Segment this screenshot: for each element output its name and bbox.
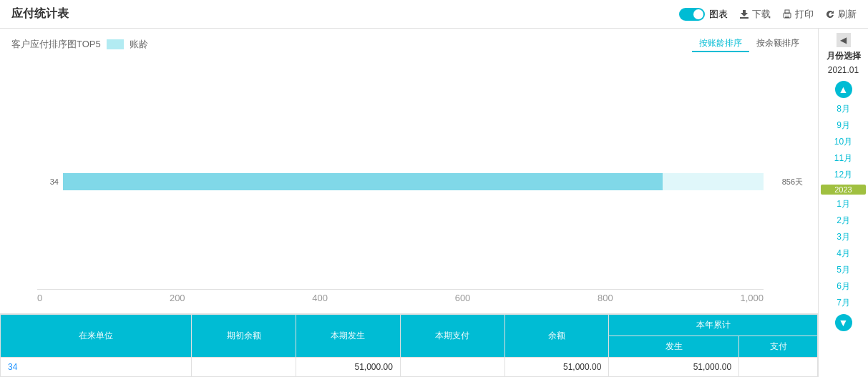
sidebar-month-1[interactable]: 1月 — [819, 196, 868, 212]
sidebar-month-12[interactable]: 12月 — [819, 167, 868, 183]
collapse-button[interactable]: ◀ — [837, 33, 851, 47]
chart-legend-box-label: 账龄 — [130, 38, 148, 51]
sidebar-month-3[interactable]: 3月 — [819, 229, 868, 245]
bar-track: 856天 — [63, 173, 764, 190]
sidebar-month-5[interactable]: 5月 — [819, 262, 868, 278]
sort-by-amount-button[interactable]: 按账龄排序 — [692, 36, 749, 52]
th-ytd-occurrence: 发生 — [609, 336, 739, 358]
chart-sort-buttons: 按账龄排序 按余额排序 — [692, 36, 806, 52]
x-axis-200: 200 — [170, 293, 185, 303]
sidebar-title: 月份选择 — [826, 50, 861, 62]
data-table: 在来单位 期初余额 本期发生 本期支付 余额 本年累计 发生 支付 34 — [0, 314, 818, 377]
download-label: 下载 — [752, 8, 771, 21]
x-axis-600: 600 — [455, 293, 471, 303]
x-axis-400: 400 — [312, 293, 328, 303]
refresh-icon — [825, 9, 835, 19]
th-occurrence: 本期发生 — [296, 315, 401, 358]
print-label: 打印 — [795, 8, 814, 21]
sidebar-month-11[interactable]: 11月 — [819, 150, 868, 167]
sidebar-month-2[interactable]: 2月 — [819, 212, 868, 229]
th-ytd: 本年累计 — [609, 315, 818, 336]
print-icon — [782, 9, 792, 19]
chart-legend-title: 客户应付排序图TOP5 — [11, 38, 101, 51]
td-occurrence: 51,000.00 — [296, 358, 401, 377]
chart-toggle-label: 图表 — [709, 8, 728, 21]
chart-header: 客户应付排序图TOP5 账龄 按账龄排序 按余额排序 — [11, 36, 806, 52]
th-payment: 本期支付 — [400, 315, 504, 358]
td-ytd-occurrence: 51,000.00 — [609, 358, 739, 377]
table-row: 34 51,000.00 51,000.00 51,000.00 — [1, 358, 818, 377]
bar-fill — [63, 173, 663, 190]
sidebar-month-10[interactable]: 10月 — [819, 134, 868, 150]
sidebar-down-button[interactable]: ▼ — [835, 314, 852, 331]
chart-toggle[interactable] — [679, 8, 705, 21]
x-axis: 0 200 400 600 800 1,000 — [37, 289, 764, 303]
print-button[interactable]: 打印 — [782, 8, 814, 21]
svg-rect-3 — [785, 16, 789, 16]
svg-rect-4 — [785, 17, 789, 18]
sidebar: ◀ 月份选择 2021.01 ▲ 8月 9月 10月 11月 12月 2023 … — [818, 29, 868, 377]
chart-bars-area: 34 856天 — [37, 78, 764, 285]
content-area: 客户应付排序图TOP5 账龄 按账龄排序 按余额排序 34 — [0, 29, 818, 377]
refresh-button[interactable]: 刷新 — [825, 8, 857, 21]
x-axis-0: 0 — [37, 293, 42, 303]
td-unit[interactable]: 34 — [1, 358, 192, 377]
refresh-label: 刷新 — [838, 8, 857, 21]
chart-body: 34 856天 0 200 400 600 800 1,000 — [11, 57, 806, 306]
sidebar-month-9[interactable]: 9月 — [819, 117, 868, 134]
sidebar-up-button[interactable]: ▲ — [835, 81, 852, 98]
chart-section: 客户应付排序图TOP5 账龄 按账龄排序 按余额排序 34 — [0, 29, 818, 314]
sidebar-month-7[interactable]: 7月 — [819, 295, 868, 311]
page-title: 应付统计表 — [11, 6, 69, 21]
sidebar-current-date: 2021.01 — [828, 65, 859, 75]
table-header-row-1: 在来单位 期初余额 本期发生 本期支付 余额 本年累计 — [1, 315, 818, 336]
td-payment — [400, 358, 504, 377]
x-axis-1000: 1,000 — [740, 293, 764, 303]
table-section: 在来单位 期初余额 本期发生 本期支付 余额 本年累计 发生 支付 34 — [0, 314, 818, 377]
th-unit: 在来单位 — [1, 315, 192, 358]
sort-by-balance-button[interactable]: 按余额排序 — [749, 36, 806, 52]
chart-toggle-wrap: 图表 — [679, 8, 728, 21]
header-actions: 图表 下载 打印 刷新 — [679, 8, 857, 21]
download-button[interactable]: 下载 — [739, 8, 771, 21]
main-area: 客户应付排序图TOP5 账龄 按账龄排序 按余额排序 34 — [0, 29, 868, 377]
download-icon — [739, 9, 749, 19]
td-ytd-payment — [739, 358, 818, 377]
td-balance: 51,000.00 — [504, 358, 609, 377]
legend-box — [107, 39, 124, 49]
sidebar-month-6[interactable]: 6月 — [819, 278, 868, 295]
th-ytd-payment: 支付 — [739, 336, 818, 358]
th-balance: 余额 — [504, 315, 609, 358]
sidebar-month-4[interactable]: 4月 — [819, 245, 868, 262]
th-opening: 期初余额 — [192, 315, 296, 358]
bar-end-label: 856天 — [782, 176, 803, 187]
bar-label: 34 — [37, 177, 59, 186]
td-opening — [192, 358, 296, 377]
chart-legend: 客户应付排序图TOP5 账龄 — [11, 38, 148, 51]
sidebar-month-8[interactable]: 8月 — [819, 101, 868, 117]
header: 应付统计表 图表 下载 打印 刷新 — [0, 0, 868, 29]
bar-row: 34 856天 — [37, 167, 764, 196]
svg-rect-0 — [740, 17, 748, 19]
x-axis-800: 800 — [598, 293, 613, 303]
sidebar-year-2023[interactable]: 2023 — [821, 185, 865, 195]
